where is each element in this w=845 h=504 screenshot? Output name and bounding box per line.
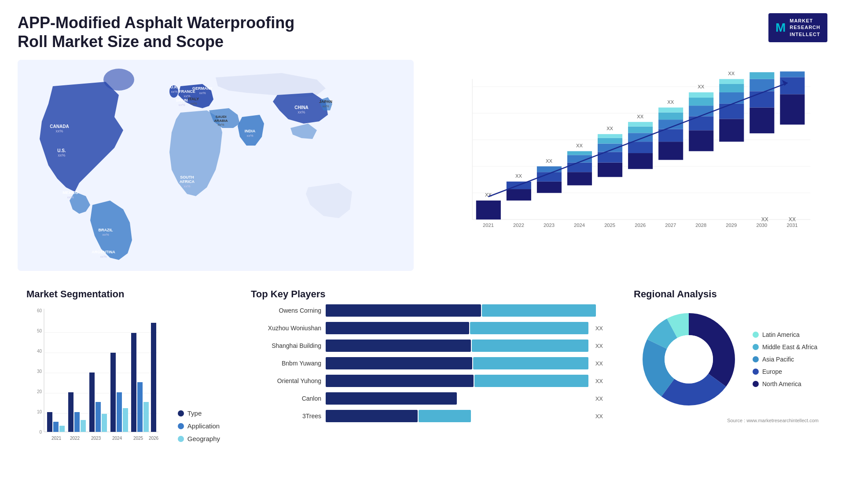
svg-rect-70 (628, 127, 653, 133)
player-bar-light (482, 304, 596, 317)
svg-rect-128 (81, 420, 86, 432)
svg-text:2021: 2021 (483, 223, 494, 228)
list-item: Canlon XX (251, 392, 603, 405)
svg-rect-102 (780, 72, 805, 77)
player-bar-container (326, 304, 596, 317)
list-item: Xuzhou Woniushan XX (251, 322, 603, 334)
legend-dot-application (178, 423, 184, 429)
svg-rect-130 (89, 373, 95, 432)
svg-text:BRAZIL: BRAZIL (99, 228, 113, 232)
svg-rect-140 (143, 402, 149, 432)
svg-rect-69 (628, 133, 653, 142)
svg-rect-63 (598, 138, 622, 144)
player-bar-light (419, 410, 471, 422)
svg-text:SPAIN: SPAIN (176, 98, 188, 102)
legend-geography: Geography (178, 435, 220, 442)
svg-text:xx%: xx% (171, 90, 177, 94)
svg-text:ITALY: ITALY (188, 97, 199, 101)
svg-rect-131 (96, 402, 101, 432)
legend-item-latin: Latin America (753, 331, 817, 338)
player-value: XX (595, 325, 603, 332)
svg-text:XX: XX (728, 71, 735, 76)
svg-rect-57 (567, 151, 592, 155)
page-title: APP-Modified Asphalt Waterproofing Roll … (18, 13, 326, 51)
players-title: Top Key Players (251, 289, 603, 300)
player-bar-container (326, 322, 588, 334)
svg-text:2029: 2029 (726, 223, 737, 228)
svg-text:2021: 2021 (51, 436, 62, 441)
seg-legend: Type Application Geography (178, 409, 220, 456)
svg-text:50: 50 (37, 329, 42, 333)
seg-chart-svg: 0 10 20 30 40 50 60 (26, 304, 167, 454)
logo-area: M MARKET RESEARCH INTELLECT (768, 13, 827, 42)
svg-text:2025: 2025 (604, 223, 615, 228)
player-name: Xuzhou Woniushan (251, 325, 321, 332)
legend-color-na (753, 381, 759, 387)
svg-rect-122 (47, 412, 52, 432)
svg-text:XX: XX (698, 84, 704, 90)
svg-rect-90 (719, 92, 744, 104)
player-bar-light (472, 340, 588, 352)
player-value: XX (595, 343, 603, 349)
svg-rect-78 (658, 108, 683, 113)
svg-rect-60 (598, 163, 622, 177)
svg-point-1 (103, 69, 134, 91)
svg-text:2023: 2023 (91, 436, 101, 441)
regional-content: Latin America Middle East & Africa Asia … (634, 304, 819, 414)
player-name: 3Trees (251, 413, 321, 420)
svg-text:xx%: xx% (55, 129, 63, 133)
svg-text:xx%: xx% (102, 233, 109, 237)
legend-label-na: North America (762, 380, 801, 387)
players-section: Top Key Players Owens Corning Xuzhou Wo (238, 284, 616, 469)
svg-text:CANADA: CANADA (50, 124, 69, 129)
list-item: Owens Corning (251, 304, 603, 317)
svg-text:2022: 2022 (70, 436, 80, 441)
player-value: XX (595, 413, 603, 420)
player-value: XX (595, 395, 603, 402)
legend-application: Application (178, 422, 220, 430)
logo-line2: RESEARCH (790, 24, 820, 31)
svg-text:2022: 2022 (513, 223, 524, 228)
svg-rect-81 (689, 131, 713, 151)
player-bar-light (473, 357, 588, 369)
player-bar-dark (326, 322, 469, 334)
regional-section: Regional Analysis (625, 284, 827, 469)
player-bar-container (326, 357, 588, 369)
seg-chart: 0 10 20 30 40 50 60 (26, 304, 169, 456)
svg-rect-100 (780, 95, 805, 125)
legend-item-europe: Europe (753, 368, 817, 375)
svg-text:XX: XX (637, 114, 643, 119)
svg-text:xx%: xx% (190, 102, 197, 106)
svg-text:xx%: xx% (217, 123, 224, 127)
legend-label-latin: Latin America (762, 331, 800, 338)
svg-text:xx%: xx% (178, 103, 185, 107)
legend-label-application: Application (187, 422, 220, 430)
svg-text:2025: 2025 (133, 436, 143, 441)
svg-text:xx%: xx% (58, 153, 65, 157)
svg-text:CHINA: CHINA (294, 105, 309, 110)
svg-point-150 (665, 335, 713, 383)
legend-type: Type (178, 409, 220, 417)
svg-text:2027: 2027 (665, 223, 676, 228)
svg-rect-77 (658, 113, 683, 120)
player-bar-light (470, 322, 588, 334)
legend-dot-geography (178, 436, 184, 442)
svg-rect-51 (537, 167, 562, 172)
svg-rect-49 (537, 182, 562, 193)
player-bar-dark (326, 375, 474, 387)
list-item: Bnbm Yuwang XX (251, 357, 603, 369)
player-name: Owens Corning (251, 307, 321, 314)
legend-label-apac: Asia Pacific (762, 356, 794, 363)
svg-text:2026: 2026 (635, 223, 646, 228)
svg-text:0: 0 (39, 430, 42, 435)
svg-text:XX: XX (606, 126, 613, 131)
map-section: CANADA xx% U.S. xx% MEXICO xx% BRAZIL xx… (18, 60, 414, 271)
list-item: Oriental Yuhong XX (251, 375, 603, 387)
legend-color-mea (753, 344, 759, 350)
legend-item-mea: Middle East & Africa (753, 343, 817, 351)
svg-rect-45 (507, 189, 531, 201)
player-bar-container (326, 340, 588, 352)
top-row: CANADA xx% U.S. xx% MEXICO xx% BRAZIL xx… (18, 60, 827, 271)
svg-text:2026: 2026 (149, 436, 159, 441)
svg-rect-135 (117, 392, 122, 432)
